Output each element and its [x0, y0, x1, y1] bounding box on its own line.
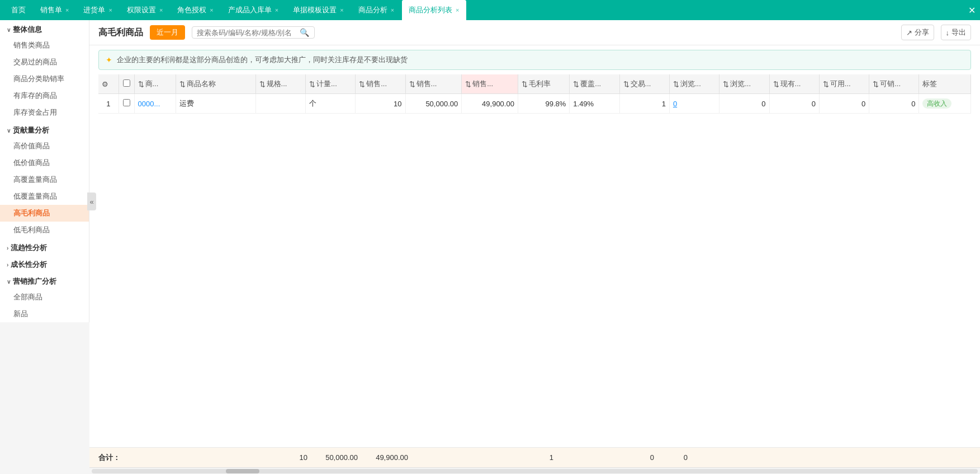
td-sales-amt: 50,000.00	[405, 94, 462, 114]
th-checkbox	[119, 74, 134, 94]
sort-icon[interactable]: ⇅	[623, 80, 629, 88]
main-layout: ∨ 整体信息 销售类商品 交易过的商品 商品分类助销率 有库存的商品 库存资金占…	[0, 20, 980, 474]
nav-item-product-analysis-list[interactable]: 商品分析列表 ×	[402, 0, 466, 20]
sort-icon[interactable]: ⇅	[309, 80, 315, 88]
sort-icon[interactable]: ⇅	[873, 80, 879, 88]
footer-sales-profit-val: 49,900.00	[361, 453, 411, 462]
footer-current-val: 0	[624, 453, 657, 462]
sidebar-item-sales-goods[interactable]: 销售类商品	[0, 37, 89, 54]
footer-sales-qty-val: 10	[277, 453, 311, 462]
sidebar-section-growth[interactable]: › 成长性分析	[0, 255, 89, 272]
nav-item-home[interactable]: 首页	[4, 0, 32, 20]
th-sales-qty: ⇅ 销售...	[356, 74, 405, 94]
sort-icon[interactable]: ⇅	[573, 80, 579, 88]
sidebar-item-high-value[interactable]: 高价值商品	[0, 138, 89, 154]
settings-icon[interactable]: ⚙	[102, 80, 108, 88]
td-coverage: 1.49%	[570, 94, 619, 114]
sidebar-item-traded-goods[interactable]: 交易过的商品	[0, 54, 89, 71]
close-icon[interactable]: ×	[456, 0, 459, 20]
td-code[interactable]: 0000...	[134, 94, 176, 114]
close-icon[interactable]: ×	[108, 0, 112, 20]
sort-icon[interactable]: ⇅	[773, 80, 779, 88]
sort-icon[interactable]: ⇅	[179, 80, 186, 88]
sidebar-item-stock-capital[interactable]: 库存资金占用	[0, 104, 89, 121]
close-icon[interactable]: ×	[391, 0, 394, 20]
nav-item-roles[interactable]: 角色授权 ×	[171, 0, 220, 20]
nav-item-template[interactable]: 单据模板设置 ×	[286, 0, 350, 20]
sort-icon[interactable]: ⇅	[723, 80, 729, 88]
sidebar-item-all-goods[interactable]: 全部商品	[0, 289, 89, 306]
search-input[interactable]	[197, 29, 297, 37]
sort-icon[interactable]: ⇅	[259, 80, 266, 88]
table-row: 1 0000... 运费 个 10 50,000.00 49,900.00 99…	[98, 94, 971, 114]
tip-text: 企业的主要的利润都是这部分商品创造的，可考虑加大推广，同时关注库存是不要出现缺货	[117, 55, 408, 65]
sidebar-item-high-coverage[interactable]: 高覆盖量商品	[0, 171, 89, 188]
th-current: ⇅ 现有...	[769, 74, 819, 94]
td-available: 0	[819, 94, 869, 114]
sidebar-item-low-value[interactable]: 低价值商品	[0, 154, 89, 171]
td-browse1[interactable]: 0	[669, 94, 719, 114]
footer-label: 合计：	[98, 453, 165, 463]
sort-icon[interactable]: ⇅	[673, 80, 679, 88]
row-checkbox[interactable]	[123, 99, 130, 106]
select-all-checkbox[interactable]	[123, 79, 130, 87]
filter-button[interactable]: 近一月	[150, 25, 185, 40]
sidebar-item-low-margin[interactable]: 低毛利商品	[0, 222, 89, 238]
td-spec	[255, 94, 305, 114]
tag-label: 高收入	[922, 98, 951, 109]
footer-available-val: 0	[657, 453, 691, 462]
export-button[interactable]: ↓ 导出	[941, 25, 972, 40]
close-icon[interactable]: ×	[210, 0, 213, 20]
sidebar-item-high-margin[interactable]: 高毛利商品	[0, 205, 89, 222]
th-name: ⇅ 商品名称	[176, 74, 255, 94]
close-all-button[interactable]: ✕	[968, 5, 976, 16]
td-name: 运费	[176, 94, 255, 114]
close-icon[interactable]: ×	[159, 0, 163, 20]
nav-item-purchase[interactable]: 进货单 ×	[77, 0, 119, 20]
th-sales-amt: ⇅ 销售...	[405, 74, 462, 94]
td-trade: 1	[619, 94, 669, 114]
sort-icon[interactable]: ⇅	[823, 80, 829, 88]
footer-sales-amt-val: 50,000.00	[311, 453, 361, 462]
sidebar-collapse-button[interactable]: «	[87, 193, 96, 210]
chevron-right-icon: ›	[7, 245, 8, 251]
tip-icon: ✦	[106, 55, 112, 64]
footer-values: 10 50,000.00 49,900.00 1 0 0	[165, 453, 971, 462]
sidebar-item-new-goods[interactable]: 新品	[0, 306, 89, 322]
horizontal-scrollbar[interactable]	[89, 467, 980, 474]
footer-sales-qty	[165, 453, 277, 462]
nav-item-product-analysis[interactable]: 商品分析 ×	[352, 0, 401, 20]
nav-item-sales[interactable]: 销售单 ×	[34, 0, 75, 20]
share-button[interactable]: ↗ 分享	[901, 25, 934, 40]
close-icon[interactable]: ×	[340, 0, 343, 20]
sidebar: ∨ 整体信息 销售类商品 交易过的商品 商品分类助销率 有库存的商品 库存资金占…	[0, 20, 89, 322]
sort-icon[interactable]: ⇅	[409, 80, 415, 88]
close-icon[interactable]: ×	[65, 0, 69, 20]
sort-icon[interactable]: ⇅	[465, 80, 471, 88]
close-icon[interactable]: ×	[275, 0, 278, 20]
table-container: ⚙ ⇅ 商...	[89, 74, 980, 447]
sidebar-section-marketing[interactable]: ∨ 营销推广分析	[0, 272, 89, 289]
nav-item-permissions[interactable]: 权限设置 ×	[120, 0, 169, 20]
sort-icon[interactable]: ⇅	[522, 80, 528, 88]
td-unit: 个	[305, 94, 355, 114]
sidebar-section-overall[interactable]: ∨ 整体信息	[0, 20, 89, 37]
th-browse2: ⇅ 浏览...	[719, 74, 769, 94]
sort-icon[interactable]: ⇅	[138, 80, 144, 88]
top-nav: 首页 销售单 × 进货单 × 权限设置 × 角色授权 × 产成品入库单 × 单据…	[0, 0, 980, 20]
td-saleable: 0	[869, 94, 919, 114]
content-area: 高毛利商品 近一月 🔍 ↗ 分享 ↓ 导出 ✦ 企业的主要的利润都是这部分商品创…	[89, 20, 980, 474]
nav-item-product-in[interactable]: 产成品入库单 ×	[221, 0, 285, 20]
sidebar-item-in-stock[interactable]: 有库存的商品	[0, 87, 89, 104]
sort-icon[interactable]: ⇅	[359, 80, 365, 88]
sidebar-item-category-rate[interactable]: 商品分类助销率	[0, 71, 89, 87]
sidebar-section-contribution[interactable]: ∨ 贡献量分析	[0, 121, 89, 138]
sidebar-section-trend[interactable]: › 流趋性分析	[0, 238, 89, 255]
sidebar-item-low-coverage[interactable]: 低覆盖量商品	[0, 188, 89, 205]
scrollbar-thumb[interactable]	[226, 469, 259, 473]
th-trade: ⇅ 交易...	[619, 74, 669, 94]
footer-trade-val: 1	[523, 453, 557, 462]
chevron-down-icon: ∨	[7, 27, 11, 33]
th-available: ⇅ 可用...	[819, 74, 869, 94]
th-spec: ⇅ 规格...	[255, 74, 305, 94]
